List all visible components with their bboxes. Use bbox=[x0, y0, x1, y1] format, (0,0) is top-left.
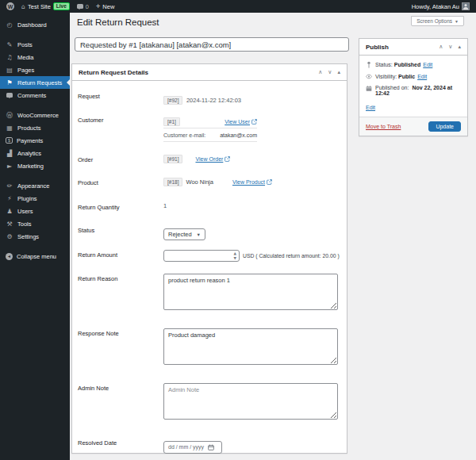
pages-icon: ▤ bbox=[6, 67, 13, 74]
sidebar-item-posts[interactable]: ✎Posts bbox=[0, 38, 70, 51]
product-row: Product [#18] Woo Ninja View Product bbox=[78, 178, 342, 202]
sidebar-item-marketing[interactable]: ►Marketing bbox=[0, 159, 70, 172]
sidebar-item-label: Pages bbox=[17, 67, 34, 74]
view-user-link[interactable]: View User bbox=[225, 119, 257, 125]
move-up-icon[interactable]: ∧ bbox=[318, 69, 322, 75]
posts-icon: ✎ bbox=[6, 41, 13, 48]
reason-row: Return Reason product return reason 1 bbox=[78, 274, 342, 328]
sidebar-item-label: WooCommerce bbox=[17, 112, 59, 119]
sidebar-item-appearance[interactable]: ✏Appearance bbox=[0, 179, 70, 192]
content-area: Edit Return Request Screen Options ▼ Ret… bbox=[70, 13, 476, 460]
analytics-icon: ▟ bbox=[6, 150, 13, 157]
customer-row: Customer [#1] View User Customer e-mail:… bbox=[78, 115, 342, 155]
sidebar-item-plugins[interactable]: ⚡Plugins bbox=[0, 192, 70, 205]
external-link-icon bbox=[225, 156, 230, 162]
response-row: Response Note Product damaged bbox=[78, 328, 342, 383]
resolved-date-input[interactable]: dd / mm / yyyy bbox=[163, 441, 222, 454]
sidebar-item-woocommerce[interactable]: ⓌWooCommerce bbox=[0, 109, 70, 121]
publish-panel-header[interactable]: Publish ∧ ∨ ▴ bbox=[359, 39, 467, 56]
sidebar-item-analytics[interactable]: ▟Analytics bbox=[0, 147, 70, 159]
admin-note-textarea[interactable] bbox=[163, 383, 338, 420]
sidebar-item-label: Appearance bbox=[17, 182, 49, 190]
status-selected-value: Rejected bbox=[168, 231, 192, 238]
number-spinner-icon[interactable]: ▲▼ bbox=[234, 251, 236, 260]
move-up-icon[interactable]: ∧ bbox=[439, 44, 443, 50]
account-menu[interactable]: Howdy, Atakan Au bbox=[412, 2, 470, 10]
woocommerce-icon: Ⓦ bbox=[6, 111, 13, 120]
sidebar-item-label: Collapse menu bbox=[17, 253, 56, 260]
resolved-date-label: Resolved Date bbox=[78, 438, 163, 447]
new-content-menu[interactable]: + New bbox=[96, 2, 114, 10]
sidebar-item-settings[interactable]: ⚙Settings bbox=[0, 230, 70, 243]
edit-status-link[interactable]: Edit bbox=[423, 62, 432, 67]
request-datetime: 2024-11-22 12:42:03 bbox=[186, 97, 241, 104]
order-row: Order [#91] View Order bbox=[78, 155, 342, 178]
sidebar-item-payments[interactable]: $Payments bbox=[0, 134, 70, 147]
quantity-label: Return Quantity bbox=[78, 202, 163, 211]
comment-bubble-icon bbox=[77, 4, 83, 9]
eye-icon bbox=[366, 73, 372, 80]
publish-status-value: Published bbox=[394, 62, 420, 67]
admin-bar: W ⌂ Test Site Live 0 + New Howdy, Atakan… bbox=[0, 0, 476, 13]
products-icon: ▦ bbox=[6, 125, 13, 132]
view-product-label: View Product bbox=[232, 179, 265, 185]
sidebar-item-users[interactable]: ♟Users bbox=[0, 205, 70, 217]
move-to-trash-link[interactable]: Move to Trash bbox=[366, 124, 401, 129]
sidebar-item-media[interactable]: ♫Media bbox=[0, 51, 70, 63]
return-request-details-panel: Return Request Details ∧ ∨ ▴ Request [#9… bbox=[71, 63, 347, 454]
publish-panel-title: Publish bbox=[366, 44, 389, 51]
view-order-link[interactable]: View Order bbox=[195, 156, 230, 162]
new-label: New bbox=[102, 3, 114, 10]
details-panel-title: Return Request Details bbox=[79, 69, 148, 76]
edit-visibility-link[interactable]: Edit bbox=[417, 74, 427, 79]
return-amount-input[interactable]: ▲▼ bbox=[163, 250, 240, 262]
toggle-panel-icon[interactable]: ▴ bbox=[458, 44, 461, 50]
admin-note-label: Admin Note bbox=[78, 383, 163, 392]
request-title-input[interactable] bbox=[75, 37, 349, 52]
sidebar-item-label: Tools bbox=[17, 220, 32, 228]
comments-menu[interactable]: 0 bbox=[77, 3, 89, 10]
amount-label: Return Amount bbox=[78, 250, 163, 259]
view-product-link[interactable]: View Product bbox=[232, 179, 272, 185]
calendar-icon[interactable] bbox=[208, 444, 214, 450]
response-label: Response Note bbox=[78, 328, 163, 337]
sidebar-item-pages[interactable]: ▤Pages bbox=[0, 63, 70, 76]
sidebar-item-label: Settings bbox=[17, 233, 39, 240]
sidebar-item-dashboard[interactable]: ◴Dashboard bbox=[0, 18, 70, 31]
amount-row: Return Amount ▲▼ USD ( Calculated return… bbox=[78, 250, 342, 274]
sidebar-item-return-requests[interactable]: ⚑Return Requests bbox=[0, 76, 70, 89]
status-publish-row: Status:PublishedEdit bbox=[359, 59, 467, 71]
sidebar-item-label: Plugins bbox=[17, 195, 37, 202]
status-select[interactable]: Rejected ▼ bbox=[163, 228, 205, 240]
publish-panel: Publish ∧ ∨ ▴ Status:PublishedEdit Visib… bbox=[359, 38, 468, 136]
visibility-label: Visibility: bbox=[375, 74, 397, 79]
sidebar-item-label: Media bbox=[17, 54, 33, 61]
wp-logo-menu[interactable]: W bbox=[6, 2, 14, 10]
visibility-value: Public bbox=[398, 74, 415, 79]
external-link-icon bbox=[251, 119, 257, 125]
plugins-icon: ⚡ bbox=[6, 195, 13, 202]
comments-icon bbox=[6, 93, 13, 98]
response-note-textarea[interactable]: Product damaged bbox=[163, 328, 338, 365]
move-down-icon[interactable]: ∨ bbox=[328, 69, 332, 75]
dashboard-icon: ◴ bbox=[6, 21, 13, 29]
screen-options-button[interactable]: Screen Options ▼ bbox=[411, 16, 464, 26]
sidebar-item-collapse-menu[interactable]: ◄Collapse menu bbox=[0, 250, 70, 263]
reason-label: Return Reason bbox=[78, 274, 163, 282]
publish-actions: Move to Trash Update bbox=[359, 117, 467, 136]
sidebar-item-comments[interactable]: Comments bbox=[0, 89, 70, 102]
marketing-icon: ► bbox=[6, 163, 13, 170]
sidebar-item-products[interactable]: ▦Products bbox=[0, 121, 70, 134]
site-name-menu[interactable]: ⌂ Test Site Live bbox=[21, 2, 70, 10]
sidebar-item-label: Payments bbox=[17, 137, 43, 144]
move-down-icon[interactable]: ∨ bbox=[448, 44, 452, 50]
edit-published-date-link[interactable]: Edit bbox=[366, 105, 375, 110]
sidebar-item-tools[interactable]: ⚒Tools bbox=[0, 217, 70, 230]
return-reason-textarea[interactable]: product return reason 1 bbox=[163, 274, 338, 310]
admin-note-row: Admin Note bbox=[78, 383, 342, 438]
details-panel-header[interactable]: Return Request Details ∧ ∨ ▴ bbox=[72, 64, 347, 81]
resolved-date-row: Resolved Date dd / mm / yyyy bbox=[78, 438, 342, 454]
toggle-panel-icon[interactable]: ▴ bbox=[337, 69, 340, 75]
select-arrow-icon: ▼ bbox=[197, 232, 201, 237]
update-button[interactable]: Update bbox=[428, 121, 461, 132]
